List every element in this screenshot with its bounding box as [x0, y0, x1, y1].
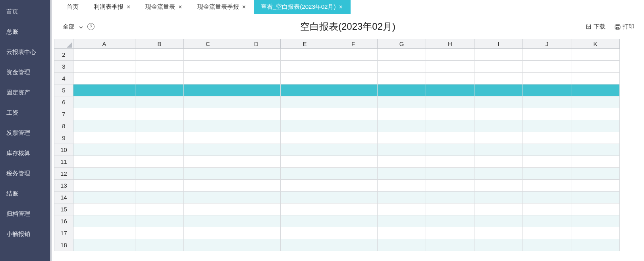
cell-D14[interactable] [232, 192, 281, 203]
cell-I9[interactable] [474, 132, 523, 144]
cell-C4[interactable] [184, 73, 232, 84]
column-header-I[interactable]: I [474, 39, 523, 49]
cell-I4[interactable] [474, 73, 523, 84]
cell-G9[interactable] [378, 132, 426, 144]
row-header-7[interactable]: 7 [54, 108, 73, 120]
cell-B14[interactable] [135, 192, 184, 203]
cell-J8[interactable] [523, 120, 571, 132]
row-header-16[interactable]: 16 [54, 215, 73, 227]
cell-E5[interactable] [281, 84, 329, 96]
column-header-E[interactable]: E [281, 39, 329, 49]
cell-C3[interactable] [184, 61, 232, 73]
cell-G16[interactable] [378, 215, 426, 227]
cell-F16[interactable] [329, 215, 378, 227]
cell-A4[interactable] [73, 73, 135, 84]
cell-H3[interactable] [426, 61, 474, 73]
cell-K5[interactable] [571, 84, 620, 96]
cell-I16[interactable] [474, 215, 523, 227]
cell-H9[interactable] [426, 132, 474, 144]
cell-D7[interactable] [232, 108, 281, 120]
cell-K12[interactable] [571, 168, 620, 180]
cell-J4[interactable] [523, 73, 571, 84]
cell-I6[interactable] [474, 96, 523, 108]
cell-G15[interactable] [378, 203, 426, 215]
cell-K3[interactable] [571, 61, 620, 73]
cell-G10[interactable] [378, 144, 426, 156]
cell-A5[interactable] [73, 84, 135, 96]
cell-D9[interactable] [232, 132, 281, 144]
cell-I7[interactable] [474, 108, 523, 120]
row-header-14[interactable]: 14 [54, 192, 73, 203]
cell-A15[interactable] [73, 203, 135, 215]
cell-I10[interactable] [474, 144, 523, 156]
cell-J2[interactable] [523, 49, 571, 61]
row-header-4[interactable]: 4 [54, 73, 73, 84]
help-icon[interactable]: ? [87, 23, 94, 30]
tab-0[interactable]: 首页 [60, 0, 87, 14]
cell-H11[interactable] [426, 156, 474, 168]
cell-D16[interactable] [232, 215, 281, 227]
cell-K15[interactable] [571, 203, 620, 215]
cell-C18[interactable] [184, 239, 232, 251]
cell-D2[interactable] [232, 49, 281, 61]
cell-C16[interactable] [184, 215, 232, 227]
column-header-H[interactable]: H [426, 39, 474, 49]
cell-E6[interactable] [281, 96, 329, 108]
cell-E14[interactable] [281, 192, 329, 203]
cell-C5[interactable] [184, 84, 232, 96]
cell-F5[interactable] [329, 84, 378, 96]
tab-4[interactable]: 查看_空白报表(2023年02月)× [254, 0, 351, 14]
cell-B4[interactable] [135, 73, 184, 84]
cell-I3[interactable] [474, 61, 523, 73]
cell-G7[interactable] [378, 108, 426, 120]
cell-E9[interactable] [281, 132, 329, 144]
cell-A11[interactable] [73, 156, 135, 168]
cell-F8[interactable] [329, 120, 378, 132]
cell-H5[interactable] [426, 84, 474, 96]
cell-G5[interactable] [378, 84, 426, 96]
cell-G13[interactable] [378, 180, 426, 192]
cell-F2[interactable] [329, 49, 378, 61]
cell-C7[interactable] [184, 108, 232, 120]
cell-A2[interactable] [73, 49, 135, 61]
cell-J17[interactable] [523, 227, 571, 239]
cell-J5[interactable] [523, 84, 571, 96]
cell-G4[interactable] [378, 73, 426, 84]
row-header-9[interactable]: 9 [54, 132, 73, 144]
cell-F6[interactable] [329, 96, 378, 108]
cell-C10[interactable] [184, 144, 232, 156]
cell-K14[interactable] [571, 192, 620, 203]
cell-B15[interactable] [135, 203, 184, 215]
download-button[interactable]: 下载 [585, 23, 605, 31]
select-all-corner[interactable] [54, 39, 73, 49]
cell-I13[interactable] [474, 180, 523, 192]
tab-2[interactable]: 现金流量表× [138, 0, 190, 14]
cell-E12[interactable] [281, 168, 329, 180]
cell-A12[interactable] [73, 168, 135, 180]
cell-F7[interactable] [329, 108, 378, 120]
cell-E7[interactable] [281, 108, 329, 120]
cell-F14[interactable] [329, 192, 378, 203]
cell-H18[interactable] [426, 239, 474, 251]
close-icon[interactable]: × [242, 4, 246, 10]
cell-H10[interactable] [426, 144, 474, 156]
cell-K7[interactable] [571, 108, 620, 120]
cell-B17[interactable] [135, 227, 184, 239]
row-header-5[interactable]: 5 [54, 84, 73, 96]
sidebar-item-0[interactable]: 首页 [0, 2, 50, 22]
cell-G3[interactable] [378, 61, 426, 73]
cell-F18[interactable] [329, 239, 378, 251]
cell-G18[interactable] [378, 239, 426, 251]
cell-I8[interactable] [474, 120, 523, 132]
cell-F11[interactable] [329, 156, 378, 168]
cell-J12[interactable] [523, 168, 571, 180]
cell-K17[interactable] [571, 227, 620, 239]
row-header-8[interactable]: 8 [54, 120, 73, 132]
cell-C12[interactable] [184, 168, 232, 180]
row-header-18[interactable]: 18 [54, 239, 73, 251]
cell-C2[interactable] [184, 49, 232, 61]
cell-B3[interactable] [135, 61, 184, 73]
cell-H2[interactable] [426, 49, 474, 61]
cell-K2[interactable] [571, 49, 620, 61]
cell-B12[interactable] [135, 168, 184, 180]
